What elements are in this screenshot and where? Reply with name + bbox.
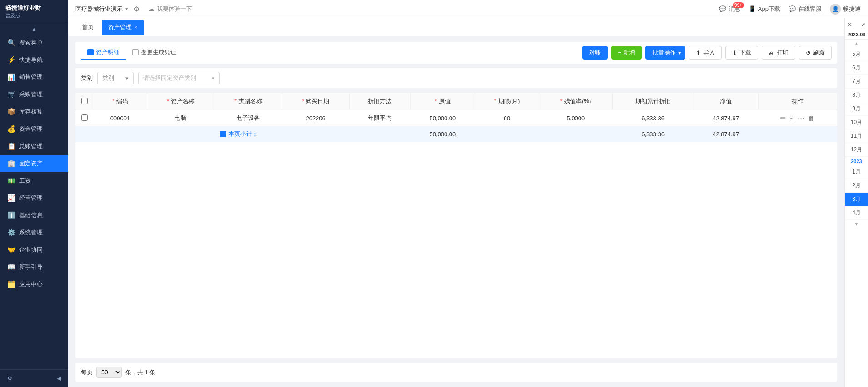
sidebar-item-basic-info[interactable]: ℹ️ 基础信息 <box>0 207 68 224</box>
reconcile-button[interactable]: 对账 <box>582 46 608 60</box>
row-name: 电脑 <box>147 110 214 126</box>
system-icon: ⚙️ <box>7 228 15 237</box>
month-5[interactable]: 5月 <box>845 48 868 61</box>
company-selector[interactable]: 医疗器械行业演示 ▾ <box>75 5 128 13</box>
col-period-label: 期限(月) <box>498 98 520 104</box>
tab-home[interactable]: 首页 <box>75 20 100 35</box>
sidebar-label: 企业协同 <box>19 246 43 254</box>
tab-asset-management[interactable]: 资产管理 × <box>102 20 144 35</box>
batch-button[interactable]: 批量操作 ▾ <box>645 46 685 60</box>
row-checkbox[interactable] <box>81 114 88 121</box>
subtotal-empty-1 <box>75 126 94 142</box>
subtotal-empty-3 <box>147 126 214 142</box>
month-6[interactable]: 6月 <box>845 61 868 75</box>
filter-select-text: 类别 <box>102 74 114 82</box>
inventory-icon: 📦 <box>7 108 15 116</box>
sidebar-item-funds[interactable]: 💰 资金管理 <box>0 120 68 138</box>
row-checkbox-cell <box>75 110 94 126</box>
refresh-button[interactable]: ↺ 刷新 <box>799 46 832 60</box>
sidebar-item-operations[interactable]: 📈 经营管理 <box>0 189 68 207</box>
sidebar-item-purchase[interactable]: 🛒 采购管理 <box>0 86 68 103</box>
month-9[interactable]: 9月 <box>845 102 868 116</box>
subtotal-empty-4 <box>350 126 411 142</box>
month-11[interactable]: 11月 <box>845 129 868 143</box>
experience-label: 我要体验一下 <box>157 5 192 13</box>
cloud-icon: ☁ <box>149 5 154 12</box>
sidebar-item-search[interactable]: 🔍 搜索菜单 <box>0 34 68 51</box>
sales-icon: 📊 <box>7 73 15 81</box>
filter-category-select[interactable]: 类别 ▾ <box>97 72 134 84</box>
month-1[interactable]: 1月 <box>845 165 868 179</box>
copy-icon[interactable]: ⎘ <box>790 114 794 122</box>
tab-change-voucher-label: 变更生成凭证 <box>141 48 176 56</box>
month-8[interactable]: 8月 <box>845 89 868 102</box>
per-page-select[interactable]: 50 100 200 <box>96 367 122 378</box>
right-panel-scroll-up[interactable]: ▲ <box>853 40 860 48</box>
ledger-icon: 📋 <box>7 142 15 150</box>
print-button[interactable]: 🖨 打印 <box>762 46 795 60</box>
select-all-checkbox[interactable] <box>81 98 88 104</box>
tab-asset-detail-label: 资产明细 <box>96 48 119 56</box>
app-download-button[interactable]: 📱 App下载 <box>749 5 780 13</box>
right-panel-header: ✕ ⤢ <box>845 20 868 30</box>
subtotal-empty-actions <box>758 126 837 142</box>
sidebar-scroll-up[interactable]: ▲ <box>0 24 68 34</box>
sidebar-item-sales[interactable]: 📊 销售管理 <box>0 69 68 86</box>
col-category-label: 类别名称 <box>238 98 262 104</box>
delete-icon[interactable]: 🗑 <box>808 114 815 122</box>
message-button[interactable]: 💬 消息 99+ <box>719 5 740 13</box>
row-initial-acc: 6,333.36 <box>612 110 694 126</box>
sidebar-item-enterprise[interactable]: 🤝 企业协同 <box>0 241 68 258</box>
new-button[interactable]: + 新增 <box>611 46 642 60</box>
right-panel-scroll-down[interactable]: ▼ <box>853 220 860 228</box>
right-panel-year: 2023.03 <box>845 30 868 40</box>
experience-button[interactable]: ☁ 我要体验一下 <box>149 5 192 13</box>
right-panel-close-icon[interactable]: ✕ <box>848 22 852 28</box>
month-3-current[interactable]: 3月 <box>845 193 868 206</box>
sidebar-item-quick-nav[interactable]: ⚡ 快捷导航 <box>0 51 68 69</box>
month-2[interactable]: 2月 <box>845 179 868 193</box>
sidebar-item-system[interactable]: ⚙️ 系统管理 <box>0 224 68 241</box>
filter-asset-type-input[interactable]: 请选择固定资产类别 ▾ <box>138 72 220 84</box>
tab-asset-detail[interactable]: 资产明细 <box>81 45 126 60</box>
month-10[interactable]: 10月 <box>845 116 868 129</box>
sidebar-label: 基础信息 <box>19 211 43 219</box>
tab-close-icon[interactable]: × <box>134 25 137 30</box>
collapse-icon[interactable]: ◀ <box>55 373 63 383</box>
row-code: 000001 <box>94 110 147 126</box>
sidebar-item-ledger[interactable]: 📋 总账管理 <box>0 138 68 155</box>
more-icon[interactable]: ⋯ <box>798 114 804 122</box>
content-area: 首页 资产管理 × 资产明细 <box>68 18 868 387</box>
tab-change-voucher[interactable]: 变更生成凭证 <box>126 45 183 60</box>
sidebar-item-fixed-assets[interactable]: 🏢 固定资产 <box>0 155 68 172</box>
fixed-assets-icon: 🏢 <box>7 159 15 168</box>
topbar-gear-icon[interactable]: ⚙ <box>134 5 139 13</box>
sidebar-label: 销售管理 <box>19 73 43 81</box>
import-button[interactable]: ⬆ 导入 <box>689 46 722 60</box>
new-label: + 新增 <box>618 49 635 57</box>
user-menu[interactable]: 👤 畅捷通 <box>830 4 861 15</box>
filter-select-arrow-icon: ▾ <box>125 75 129 82</box>
month-7[interactable]: 7月 <box>845 75 868 89</box>
download-icon: 📱 <box>749 5 756 12</box>
download-button[interactable]: ⬇ 下载 <box>725 46 758 60</box>
company-name: 医疗器械行业演示 <box>75 5 123 13</box>
sidebar-item-app-center[interactable]: 🗂️ 应用中心 <box>0 276 68 293</box>
row-actions-cell: ✏ ⎘ ⋯ 🗑 <box>758 110 837 126</box>
month-4[interactable]: 4月 <box>845 206 868 220</box>
company-arrow-icon: ▾ <box>125 6 128 12</box>
sidebar-item-guide[interactable]: 📖 新手引导 <box>0 258 68 276</box>
online-service-button[interactable]: 💬 在线客服 <box>789 5 822 13</box>
subtotal-empty-2 <box>94 126 147 142</box>
refresh-label: 刷新 <box>813 49 825 57</box>
batch-label: 批量操作 <box>652 49 676 57</box>
edit-icon[interactable]: ✏ <box>780 114 786 122</box>
col-name: * 资产名称 <box>147 93 214 110</box>
right-panel-expand-icon[interactable]: ⤢ <box>861 22 865 28</box>
funds-icon: 💰 <box>7 125 15 133</box>
sidebar-item-inventory[interactable]: 📦 库存核算 <box>0 103 68 120</box>
settings-bottom-icon[interactable]: ⚙ <box>5 373 14 383</box>
month-12[interactable]: 12月 <box>845 143 868 157</box>
sidebar-item-payroll[interactable]: 💵 工资 <box>0 172 68 189</box>
year-2023-label: 2023 <box>845 157 868 165</box>
